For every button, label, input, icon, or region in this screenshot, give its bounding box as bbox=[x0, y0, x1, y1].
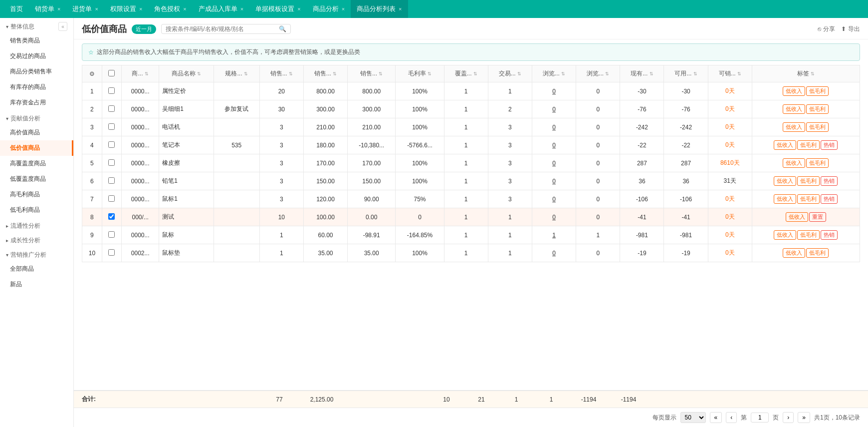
col-code[interactable]: 商... ⇅ bbox=[122, 65, 159, 82]
col-deal[interactable]: 交易... ⇅ bbox=[488, 65, 532, 82]
first-page-button[interactable]: « bbox=[710, 412, 722, 423]
view1-link[interactable]: 0 bbox=[552, 196, 556, 203]
nav-template-setting[interactable]: 单据模板设置 × bbox=[249, 0, 306, 18]
search-icon[interactable]: 🔍 bbox=[279, 25, 286, 32]
sidebar-collapse-overall[interactable]: « bbox=[58, 22, 67, 31]
row-checkbox[interactable] bbox=[108, 105, 115, 112]
cell-v1[interactable]: 0 bbox=[532, 208, 576, 226]
sidebar-group-marketing[interactable]: ▾ 营销推广分析 bbox=[0, 247, 73, 261]
cell-checkbox[interactable] bbox=[102, 154, 121, 172]
col-spec[interactable]: 规格... ⇅ bbox=[214, 65, 259, 82]
cell-checkbox[interactable] bbox=[102, 190, 121, 208]
sidebar-item-low-coverage[interactable]: 低覆盖度商品 bbox=[0, 171, 73, 187]
row-checkbox[interactable] bbox=[108, 195, 115, 202]
sidebar-item-new-goods[interactable]: 新品 bbox=[0, 277, 73, 292]
page-number-input[interactable] bbox=[751, 413, 769, 423]
nav-purchase-order[interactable]: 进货单 × bbox=[66, 0, 104, 18]
view1-link[interactable]: 0 bbox=[552, 142, 556, 149]
view1-link[interactable]: 1 bbox=[552, 232, 556, 239]
cell-checkbox[interactable] bbox=[102, 172, 121, 190]
cell-v1[interactable]: 0 bbox=[532, 82, 576, 100]
row-checkbox[interactable] bbox=[108, 159, 115, 166]
col-cover[interactable]: 覆盖... ⇅ bbox=[444, 65, 488, 82]
cell-v1[interactable]: 1 bbox=[532, 226, 576, 244]
cell-v1[interactable]: 0 bbox=[532, 154, 576, 172]
cell-checkbox[interactable] bbox=[102, 208, 121, 226]
cell-v1[interactable]: 0 bbox=[532, 190, 576, 208]
nav-role-auth[interactable]: 角色授权 × bbox=[148, 0, 192, 18]
cell-checkbox[interactable] bbox=[102, 82, 121, 100]
view1-link[interactable]: 0 bbox=[552, 124, 556, 131]
col-stock3[interactable]: 可销... ⇅ bbox=[708, 65, 752, 82]
nav-close-role-auth[interactable]: × bbox=[183, 0, 186, 18]
view1-link[interactable]: 0 bbox=[552, 88, 556, 95]
view1-link[interactable]: 0 bbox=[552, 106, 556, 113]
cell-checkbox[interactable] bbox=[102, 100, 121, 118]
cell-checkbox[interactable] bbox=[102, 118, 121, 136]
nav-sales-order[interactable]: 销货单 × bbox=[29, 0, 66, 18]
cell-v1[interactable]: 0 bbox=[532, 172, 576, 190]
nav-close-template[interactable]: × bbox=[297, 0, 300, 18]
nav-close-permission[interactable]: × bbox=[139, 0, 142, 18]
row-checkbox[interactable] bbox=[108, 231, 115, 238]
sidebar-item-category-sales-rate[interactable]: 商品分类销售率 bbox=[0, 64, 73, 79]
nav-product-analysis-list[interactable]: 商品分析列表 × bbox=[351, 0, 408, 18]
sidebar-group-flow[interactable]: ▸ 流通性分析 bbox=[0, 218, 73, 232]
cell-v1[interactable]: 0 bbox=[532, 100, 576, 118]
col-gross[interactable]: 毛利率 ⇅ bbox=[396, 65, 444, 82]
col-stock1[interactable]: 现有... ⇅ bbox=[620, 65, 664, 82]
col-name[interactable]: 商品名称 ⇅ bbox=[159, 65, 214, 82]
cell-checkbox[interactable] bbox=[102, 226, 121, 244]
sidebar-item-sales-goods[interactable]: 销售类商品 bbox=[0, 33, 73, 48]
nav-home[interactable]: 首页 bbox=[4, 0, 29, 18]
row-checkbox[interactable] bbox=[108, 249, 115, 256]
sidebar-item-high-value[interactable]: 高价值商品 bbox=[0, 125, 73, 140]
nav-close-product-inbound[interactable]: × bbox=[240, 0, 243, 18]
sidebar-item-inventory-capital[interactable]: 库存资金占用 bbox=[0, 95, 73, 110]
row-checkbox[interactable] bbox=[108, 141, 115, 148]
row-checkbox[interactable] bbox=[108, 87, 115, 94]
row-checkbox[interactable] bbox=[108, 177, 115, 184]
col-view1[interactable]: 浏览... ⇅ bbox=[532, 65, 576, 82]
sidebar-item-low-value[interactable]: 低价值商品 bbox=[0, 140, 73, 156]
nav-product-inbound[interactable]: 产成品入库单 × bbox=[193, 0, 249, 18]
row-checkbox[interactable] bbox=[108, 213, 115, 220]
nav-permission-setting[interactable]: 权限设置 × bbox=[104, 0, 148, 18]
search-input[interactable] bbox=[166, 25, 276, 32]
nav-close-purchase-order[interactable]: × bbox=[95, 0, 98, 18]
sidebar-item-low-margin[interactable]: 低毛利商品 bbox=[0, 202, 73, 218]
sidebar-group-contribution[interactable]: ▾ 贡献值分析 bbox=[0, 110, 73, 125]
time-badge[interactable]: 近一月 bbox=[132, 24, 156, 34]
sidebar-item-high-margin[interactable]: 高毛利商品 bbox=[0, 187, 73, 202]
sidebar-item-high-coverage[interactable]: 高覆盖度商品 bbox=[0, 156, 73, 171]
prev-page-button[interactable]: ‹ bbox=[726, 412, 737, 423]
row-checkbox[interactable] bbox=[108, 123, 115, 130]
cell-v1[interactable]: 0 bbox=[532, 244, 576, 262]
view1-link[interactable]: 0 bbox=[552, 214, 556, 221]
view1-link[interactable]: 0 bbox=[552, 250, 556, 257]
sidebar-item-stock-goods[interactable]: 有库存的商品 bbox=[0, 79, 73, 95]
col-checkbox[interactable] bbox=[102, 65, 121, 82]
col-view2[interactable]: 浏览... ⇅ bbox=[576, 65, 620, 82]
export-button[interactable]: ⬆ 导出 bbox=[841, 25, 860, 33]
next-page-button[interactable]: › bbox=[783, 412, 794, 423]
view1-link[interactable]: 0 bbox=[552, 160, 556, 167]
cell-v1[interactable]: 0 bbox=[532, 136, 576, 154]
col-gear[interactable]: ⚙ bbox=[82, 65, 102, 82]
sidebar-group-overall[interactable]: ▾ 整体信息 « bbox=[0, 18, 73, 33]
nav-close-sales-order[interactable]: × bbox=[57, 0, 60, 18]
col-sales1[interactable]: 销售... ⇅ bbox=[259, 65, 303, 82]
last-page-button[interactable]: » bbox=[798, 412, 810, 423]
nav-close-product-analysis[interactable]: × bbox=[342, 0, 345, 18]
cell-v1[interactable]: 0 bbox=[532, 118, 576, 136]
col-tags[interactable]: 标签 ⇅ bbox=[752, 65, 860, 82]
cell-checkbox[interactable] bbox=[102, 244, 121, 262]
select-all-checkbox[interactable] bbox=[108, 70, 115, 76]
col-sales3[interactable]: 销售... ⇅ bbox=[348, 65, 396, 82]
view1-link[interactable]: 0 bbox=[552, 178, 556, 185]
share-button[interactable]: ⎋ 分享 bbox=[818, 25, 835, 33]
sidebar-item-traded-goods[interactable]: 交易过的商品 bbox=[0, 48, 73, 64]
cell-checkbox[interactable] bbox=[102, 136, 121, 154]
nav-product-analysis[interactable]: 商品分析 × bbox=[307, 0, 351, 18]
sidebar-group-growth[interactable]: ▸ 成长性分析 bbox=[0, 232, 73, 247]
